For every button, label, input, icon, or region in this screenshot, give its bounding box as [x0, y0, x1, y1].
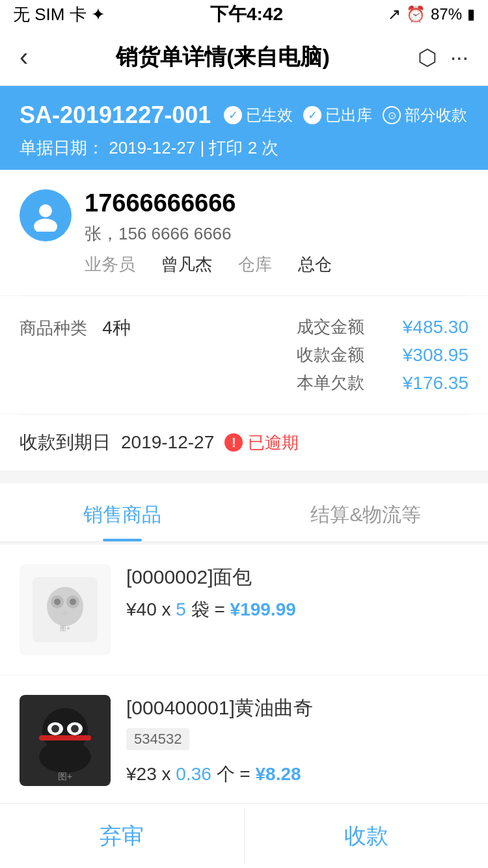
product-details-2: [000400001]黄油曲奇 534532 ¥23 x 0.36 个 = ¥8… — [126, 695, 468, 787]
product-code-2: [000400001] — [126, 697, 235, 718]
svg-point-15 — [71, 725, 79, 733]
tab-settlement[interactable]: 结算&物流等 — [244, 483, 488, 541]
owed-value: ¥176.35 — [377, 373, 468, 394]
order-date: 2019-12-27 — [109, 138, 195, 157]
received-row: 收款金额 ¥308.95 — [286, 344, 468, 366]
status-label-effective: 已生效 — [246, 105, 293, 126]
bottom-bar: 弃审 收款 — [0, 803, 488, 868]
status-bar-right: ↗ ⏰ 87% ▮ — [388, 5, 475, 23]
price-x-1: x — [162, 599, 176, 619]
more-icon[interactable]: ··· — [450, 44, 468, 70]
tabs-container: 销售商品 结算&物流等 — [0, 483, 488, 542]
warehouse-label: 仓库 — [238, 253, 272, 276]
customer-info: 17666666666 张，156 6666 6666 业务员 曾凡杰 仓库 总… — [85, 189, 468, 276]
price-eq-2: = — [239, 764, 255, 784]
product-image-2: 图+ — [20, 695, 111, 786]
received-label: 收款金额 — [286, 344, 364, 366]
due-label: 收款到期日 — [20, 430, 111, 455]
category-count: 4种 — [102, 318, 131, 338]
alarm-icon: ⏰ — [406, 5, 426, 23]
customer-avatar — [20, 189, 72, 241]
status-label-shipped: 已出库 — [325, 105, 372, 126]
clock-icon-partial: ⊙ — [383, 106, 401, 124]
battery-icon: ▮ — [467, 6, 475, 23]
product-details-1: [0000002]面包 ¥40 x 5 袋 = ¥199.99 — [126, 564, 468, 622]
price-eq-1: = — [214, 599, 230, 619]
svg-point-14 — [51, 725, 59, 733]
owed-label: 本单欠款 — [286, 372, 364, 394]
summary-section: 商品种类 4种 成交金额 ¥485.30 收款金额 ¥308.95 本单欠款 ¥… — [0, 296, 488, 414]
header-banner-date: 单据日期： 2019-12-27 | 打印 2 次 — [20, 137, 468, 159]
status-bar-left: 无 SIM 卡 ✦ — [13, 3, 105, 26]
check-icon-effective: ✓ — [224, 106, 242, 124]
warehouse-name: 总仓 — [298, 253, 332, 276]
product-title-2: 黄油曲奇 — [235, 697, 313, 718]
status-bar-time: 下午4:42 — [210, 2, 283, 27]
status-tag-shipped: ✓ 已出库 — [303, 105, 372, 126]
nav-bar: ‹ 销货单详情(来自电脑) ⬡ ··· — [0, 29, 488, 86]
price-qty-1: 5 — [176, 599, 186, 619]
svg-point-1 — [34, 219, 57, 232]
status-tag-partial: ⊙ 部分收款 — [383, 105, 467, 126]
collect-payment-button[interactable]: 收款 — [245, 808, 489, 864]
product-code-1: [0000002] — [126, 566, 213, 588]
transaction-value: ¥485.30 — [377, 317, 468, 338]
status-bar: 无 SIM 卡 ✦ 下午4:42 ↗ ⏰ 87% ▮ — [0, 0, 488, 29]
abandon-review-button[interactable]: 弃审 — [0, 808, 245, 864]
product-image-icon-2: 图+ — [20, 695, 111, 786]
product-name-1: [0000002]面包 — [126, 564, 468, 591]
status-label-partial: 部分收款 — [405, 105, 467, 126]
product-list: 图+ [0000002]面包 ¥40 x 5 袋 = ¥199.99 — [0, 545, 488, 807]
customer-phone: 17666666666 — [85, 189, 468, 217]
transaction-label: 成交金额 — [286, 316, 364, 338]
nav-actions: ⬡ ··· — [418, 44, 468, 70]
avatar-icon — [29, 199, 62, 232]
overdue-badge: ! 已逾期 — [224, 431, 299, 454]
share-icon[interactable]: ⬡ — [418, 44, 437, 70]
svg-rect-16 — [39, 735, 91, 740]
transaction-row: 成交金额 ¥485.30 — [286, 316, 468, 338]
price-qty-2: 0.36 — [176, 764, 211, 784]
back-button[interactable]: ‹ — [20, 42, 28, 72]
svg-point-6 — [54, 599, 61, 605]
tab-underline — [103, 539, 142, 541]
product-price-1: ¥40 x 5 袋 = ¥199.99 — [126, 597, 468, 622]
status-tags: ✓ 已生效 ✓ 已出库 ⊙ 部分收款 — [224, 105, 467, 126]
tab-products-label: 销售商品 — [83, 504, 161, 525]
summary-category: 商品种类 4种 — [20, 316, 131, 340]
overdue-label: 已逾期 — [248, 431, 299, 454]
svg-point-7 — [70, 599, 76, 605]
summary-amounts: 成交金额 ¥485.30 收款金额 ¥308.95 本单欠款 ¥176.35 — [286, 316, 468, 394]
svg-point-0 — [39, 204, 52, 217]
product-title-1: 面包 — [213, 566, 252, 588]
page-title: 销货单详情(来自电脑) — [116, 42, 330, 72]
category-label: 商品种类 — [20, 318, 87, 338]
status-tag-effective: ✓ 已生效 — [224, 105, 293, 126]
customer-name: 张，156 6666 6666 — [85, 223, 468, 245]
price-x-2: x — [162, 764, 176, 784]
sales-label: 业务员 — [85, 253, 135, 276]
owed-row: 本单欠款 ¥176.35 — [286, 372, 468, 394]
customer-section: 17666666666 张，156 6666 6666 业务员 曾凡杰 仓库 总… — [0, 170, 488, 295]
tab-settlement-label: 结算&物流等 — [310, 504, 421, 525]
svg-text:图+: 图+ — [60, 625, 70, 632]
due-date: 2019-12-27 — [121, 432, 214, 453]
tab-products[interactable]: 销售商品 — [0, 483, 244, 541]
price-total-2: ¥8.28 — [255, 764, 301, 784]
due-section: 收款到期日 2019-12-27 ! 已逾期 — [0, 414, 488, 470]
price-total-1: ¥199.99 — [230, 599, 296, 619]
product-item-1: 图+ [0000002]面包 ¥40 x 5 袋 = ¥199.99 — [0, 545, 488, 675]
price-unit-1: 袋 — [191, 599, 210, 619]
svg-point-3 — [47, 587, 83, 626]
price-base-1: ¥40 — [126, 599, 157, 619]
received-value: ¥308.95 — [377, 345, 468, 366]
product-image-1: 图+ — [20, 564, 111, 655]
price-unit-2: 个 — [217, 764, 235, 784]
product-image-icon-1: 图+ — [33, 577, 98, 642]
price-base-2: ¥23 — [126, 764, 157, 784]
product-name-2: [000400001]黄油曲奇 — [126, 695, 468, 722]
header-banner-top: SA-20191227-001 ✓ 已生效 ✓ 已出库 ⊙ 部分收款 — [20, 102, 468, 129]
header-banner: SA-20191227-001 ✓ 已生效 ✓ 已出库 ⊙ 部分收款 单据日期：… — [0, 86, 488, 170]
svg-point-17 — [39, 740, 91, 773]
product-price-2: ¥23 x 0.36 个 = ¥8.28 — [126, 762, 468, 787]
